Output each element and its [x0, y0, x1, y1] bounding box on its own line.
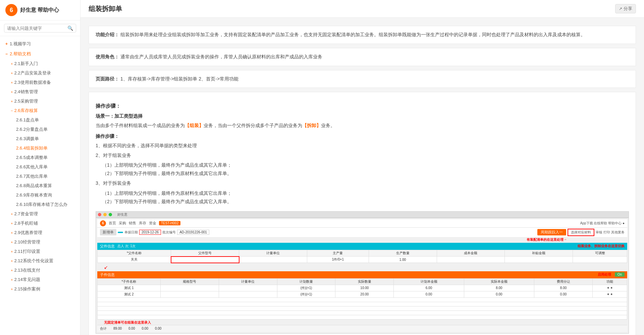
- sidebar-item-docs-262[interactable]: 2.6.2分量盘点单: [0, 125, 80, 134]
- lower-row3: [98, 297, 627, 302]
- upper-th-4: 主产量: [307, 250, 369, 257]
- lr2-c5: 20.00: [335, 291, 394, 297]
- lr1-c2: [160, 285, 219, 291]
- app-select-material-btn[interactable]: 选择对应材料: [568, 229, 594, 236]
- share-button[interactable]: ↗ 分享: [615, 4, 636, 13]
- sidebar-item-docs-263[interactable]: 2.6.3调拨单: [0, 134, 80, 144]
- sidebar-item-docs-24[interactable]: + 2.4销售管理: [0, 87, 80, 97]
- share-icon: ↗: [619, 6, 622, 11]
- lr2-c2: [160, 291, 219, 297]
- sidebar-item-docs-266[interactable]: 2.6.6其他入库单: [0, 162, 80, 172]
- on-toggle[interactable]: On: [615, 272, 625, 277]
- footer-val4: 0.00: [155, 327, 161, 330]
- sidebar-item-docs-25[interactable]: + 2.5采购管理: [0, 97, 80, 106]
- footer-total-label: 合计: [100, 326, 107, 331]
- upper-section-qty: 总人 次: 1次: [117, 244, 136, 248]
- app-form-date-label: 单据日期: [124, 230, 138, 235]
- sidebar-item-docs-26[interactable]: − 2.6库存核算: [0, 106, 80, 115]
- sidebar-item-docs-265[interactable]: 2.6.5成本调整单: [0, 153, 80, 162]
- sidebar-item-docs-268[interactable]: 2.6.8商品成本重算: [0, 181, 80, 190]
- lr2-c4: (件)(×1): [277, 291, 335, 297]
- lr1-c3: [219, 285, 277, 291]
- lr2-c1: 测试 2: [98, 291, 161, 297]
- app-form-batch-label: 批次编号: [162, 230, 176, 235]
- upper-section-title: 父件信息: [100, 244, 115, 249]
- upper-section-header: 父件信息 总人 次: 1次 组装业务、拆卸业务在这里切换: [97, 243, 627, 250]
- search-icon[interactable]: 🔍: [67, 25, 73, 31]
- logo-text: 好生意 帮助中心: [20, 7, 59, 14]
- nav-tree: + 1.视频学习 − 2.帮助文档 + 2.1新手入门 + 2.2产品安装及登录…: [0, 36, 80, 296]
- sidebar-item-docs-215[interactable]: + 2.15操作案例: [0, 284, 80, 294]
- sidebar-item-docs-210[interactable]: + 2.10经营管理: [0, 237, 80, 247]
- lower-row7: [98, 315, 627, 319]
- sidebar-item-video[interactable]: + 1.视频学习: [0, 39, 80, 49]
- app-tab-active[interactable]: [118, 232, 123, 233]
- step3: 3、对于拆装业务: [96, 179, 629, 187]
- enable-btn[interactable]: 启用处理 On: [598, 272, 625, 277]
- min-btn-icon: [103, 213, 107, 216]
- upper-row1-col1: 关关: [98, 257, 171, 263]
- lr5-empty: [98, 306, 627, 311]
- app-menu-sales: 销售: [129, 221, 136, 226]
- sidebar-item-docs-261[interactable]: 2.6.1盘点单: [0, 115, 80, 125]
- lr1-c6: 6.00: [394, 285, 464, 291]
- app-test-badge: TEST-H002: [159, 221, 180, 225]
- upper-table: *父件名称 父件型号 计量单位 主产量 生产数量 成本金额 补贴金额 可调整: [97, 250, 627, 263]
- search-input[interactable]: [7, 26, 67, 31]
- close-btn-icon: [98, 213, 101, 216]
- sidebar-item-docs-214[interactable]: + 2.14常见问题: [0, 275, 80, 284]
- sidebar: 6 好生意 帮助中心 🔍 + 1.视频学习 − 2.帮助文档 + 2.1新手入门…: [0, 0, 80, 335]
- arrow3-icon: ↙: [104, 265, 108, 270]
- sidebar-item-docs-269[interactable]: 2.6.9库存账本查询: [0, 190, 80, 200]
- search-wrap[interactable]: 🔍: [4, 24, 76, 33]
- app-action-icons: 审核 打印 其他業务: [596, 230, 625, 235]
- lr2-c9: ✦ ✦: [593, 291, 627, 297]
- lr2-c6: 0.00: [394, 291, 464, 297]
- lr1-c5: 10.00: [335, 285, 394, 291]
- lower-section-header: 子件信息 启用处理 On: [97, 271, 627, 278]
- table-footer: 合计 89.00 0.00 0.00 0.00: [97, 325, 627, 332]
- upper-row1-col3: [239, 257, 307, 263]
- lower-section-title: 子件信息: [100, 272, 115, 277]
- sidebar-item-docs-23[interactable]: + 2.3使用前数据准备: [0, 78, 80, 87]
- app-topbar: 6 首页 采购 销售 库存 资金 TEST-H002 App下载 在线帮助 帮助…: [97, 219, 627, 228]
- lower-row5: [98, 306, 627, 311]
- sidebar-item-docs-27[interactable]: + 2.7资金管理: [0, 209, 80, 219]
- sidebar-item-docs-21[interactable]: + 2.1新手入门: [0, 59, 80, 68]
- app-tab-new[interactable]: 新增单: [100, 229, 116, 235]
- sidebar-item-docs-267[interactable]: 2.6.7其他出库单: [0, 172, 80, 181]
- collapse-icon: −: [5, 52, 8, 56]
- app-inner: 6 首页 采购 销售 库存 资金 TEST-H002 App下载 在线帮助 帮助…: [96, 218, 629, 333]
- orange-banner-btn[interactable]: 周期跟踪入一: [537, 229, 566, 235]
- upper-row1-col8: [573, 257, 627, 263]
- annotation1-area: 有装配清单的在这里处理 →: [97, 237, 567, 242]
- sidebar-item-docs-2610[interactable]: 2.6.10库存账本错了怎么办: [0, 200, 80, 209]
- app-menu-inventory: 库存: [139, 221, 146, 226]
- sidebar-header: 6 好生意 帮助中心: [0, 0, 80, 20]
- sidebar-item-docs-264[interactable]: 2.6.4组装拆卸单: [0, 144, 80, 153]
- sidebar-item-docs[interactable]: − 2.帮助文档: [0, 49, 80, 59]
- sidebar-item-docs-28[interactable]: + 2.8手机旺铺: [0, 219, 80, 228]
- max-btn-icon: [109, 213, 112, 216]
- upper-row1-col7: [505, 257, 573, 263]
- annotation3-text: 组装业务、拆卸业务在这里切换: [578, 244, 625, 248]
- sidebar-item-docs-212[interactable]: + 2.12系统个性化设置: [0, 256, 80, 266]
- logo-icon: 6: [5, 4, 17, 16]
- lr1-c8: 8.00: [534, 285, 593, 291]
- lower-th-1: *子件名称: [98, 278, 161, 285]
- sidebar-item-docs-29[interactable]: + 2.9优惠券管理: [0, 228, 80, 237]
- sidebar-item-docs-211[interactable]: + 2.11打印设置: [0, 247, 80, 256]
- lower-th-4: 计划数量: [277, 278, 335, 285]
- sidebar-item-docs-22[interactable]: + 2.2产品安装及登录: [0, 68, 80, 78]
- upper-row1-col2: [171, 257, 239, 263]
- page-title: 组装拆卸单: [89, 4, 122, 13]
- upper-th-1: *父件名称: [98, 250, 171, 257]
- func-intro-block: 功能介绍： 组装拆卸单用来处理企业组装或拆卸等加工业务，支持有固定装配清单的产品…: [89, 26, 636, 44]
- lower-th-2: 规格型号: [160, 278, 219, 285]
- annotation4-text: 启用处理: [598, 273, 611, 276]
- ops-title: 操作步骤：: [96, 103, 629, 109]
- func-intro-label: 功能介绍：: [96, 32, 119, 37]
- lr6-empty: [98, 311, 627, 315]
- sidebar-item-docs-213[interactable]: + 2.13在线支付: [0, 266, 80, 275]
- lower-th-7: 实际本金额: [464, 278, 534, 285]
